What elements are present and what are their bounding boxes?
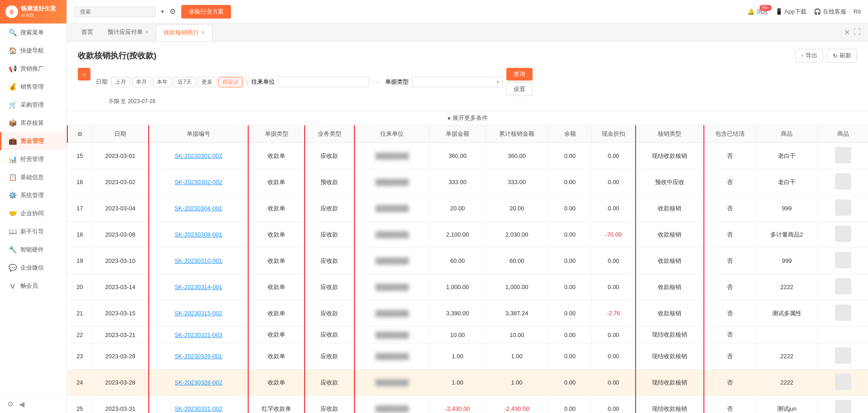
- date-btn-7days[interactable]: 近7天: [174, 77, 196, 87]
- doc-type-select-wrap: ▾: [412, 76, 503, 87]
- col-header-include-settled: 包含已结清: [704, 125, 755, 143]
- date-btn-this-month[interactable]: 本月: [132, 77, 151, 87]
- cell-writeoff-amount: 1.00: [486, 343, 548, 370]
- tab-writeoff-close[interactable]: ×: [202, 29, 205, 36]
- sidebar-item-purchase[interactable]: 🛒 采购管理: [0, 96, 66, 114]
- cell-include-settled: 否: [704, 195, 755, 222]
- gear-icon[interactable]: ⚙: [77, 131, 83, 138]
- doc-type-select[interactable]: [412, 76, 503, 87]
- cell-writeoff-type: 收款核销: [636, 300, 704, 327]
- solution-button[interactable]: 体验行业方案: [181, 5, 231, 19]
- topbar-gear-icon[interactable]: ⚙: [170, 7, 176, 16]
- query-button[interactable]: 查询: [506, 68, 533, 81]
- cell-amount: 20.00: [429, 195, 486, 222]
- filter-separator: |: [246, 79, 248, 85]
- cell-date: 2023-03-31: [92, 396, 148, 413]
- date-btn-more[interactable]: 更多: [198, 77, 217, 87]
- col-header-cash-discount: 现金折扣: [592, 125, 636, 143]
- cell-amount: 1.00: [429, 343, 486, 370]
- col-header-date: 日期: [92, 125, 148, 143]
- col-header-biz-type: 业务类型: [305, 125, 354, 143]
- cell-balance: 0.00: [548, 343, 592, 370]
- sidebar-item-hardware[interactable]: 🔧 智能硬件: [0, 241, 66, 259]
- app-name: 畅康道好生意: [21, 5, 56, 12]
- cell-partner: ████████: [354, 195, 429, 222]
- search-input[interactable]: [74, 6, 156, 17]
- tab-pending[interactable]: 预计应应付单 ×: [100, 24, 156, 41]
- settings-button[interactable]: 设置: [506, 82, 533, 96]
- sidebar-item-marketing[interactable]: 📢 营销推广: [0, 60, 66, 78]
- cell-amount: 60.00: [429, 248, 486, 274]
- cell-doc-type: 收款单: [248, 300, 304, 327]
- sidebar-item-inventory[interactable]: 📦 库存核算: [0, 114, 66, 132]
- doc-no-link[interactable]: SK-20230331-002: [175, 405, 222, 412]
- cell-seq: 21: [67, 300, 92, 327]
- sidebar-item-label: 智能硬件: [20, 246, 44, 254]
- cell-cash-discount: 0.00: [592, 370, 636, 396]
- doc-no-link[interactable]: SK-20230321-003: [175, 332, 222, 338]
- message-button[interactable]: 🔔 消息 99+: [747, 8, 768, 16]
- refresh-button[interactable]: ↻ 刷新: [827, 49, 857, 62]
- table-row: 21 2023-03-15 SK-20230315-002 收款单 应收款 ██…: [67, 300, 868, 327]
- sidebar-item-label: 快捷导航: [20, 47, 44, 55]
- doc-no-link[interactable]: SK-20230310-001: [175, 257, 222, 264]
- doc-no-link[interactable]: SK-20230308-001: [175, 231, 222, 238]
- table-row: 23 2023-03-28 SK-20230328-001 收款单 应收款 ██…: [67, 343, 868, 370]
- expand-more-conditions[interactable]: ▾ 展开更多条件: [67, 111, 868, 125]
- sidebar-item-search[interactable]: 🔍 搜索菜单: [0, 24, 66, 42]
- export-button[interactable]: ↑ 导出: [795, 49, 824, 62]
- date-btn-this-year[interactable]: 本年: [153, 77, 172, 87]
- doc-no-link[interactable]: SK-20230304-001: [175, 205, 222, 212]
- inventory-icon: 📦: [9, 119, 17, 127]
- cell-biz-type: 应收款: [305, 327, 354, 343]
- cell-biz-type: 应收款: [305, 195, 354, 222]
- doc-no-link[interactable]: SK-20230301-002: [175, 152, 222, 159]
- cell-goods: 老白干: [755, 169, 818, 195]
- app-download-link[interactable]: 📱 App下载: [775, 8, 807, 16]
- sidebar-item-finance[interactable]: 💼 资金管理: [0, 132, 66, 150]
- sidebar-item-shortcut[interactable]: 🏠 快捷导航: [0, 42, 66, 60]
- sidebar-item-wechat[interactable]: 💬 企业微信: [0, 259, 66, 277]
- sidebar-item-operation[interactable]: 📊 经营管理: [0, 150, 66, 168]
- app-edition: 标准版: [21, 12, 56, 19]
- filter-toggle-button[interactable]: »: [78, 68, 90, 81]
- doc-no-link[interactable]: SK-20230315-002: [175, 310, 222, 317]
- filter-group: 日期 上月 本月 本年 近7天 更多 自定义 | 往来单位 ··· 单据类型: [96, 68, 533, 105]
- sidebar-item-basic[interactable]: 📋 基础信息: [0, 168, 66, 186]
- filter-row-date: 日期 上月 本月 本年 近7天 更多 自定义 | 往来单位 ··· 单据类型: [96, 68, 533, 96]
- bell-icon: 🔔: [747, 8, 755, 15]
- date-btn-last-month[interactable]: 上月: [111, 77, 130, 87]
- cell-goods2: [818, 222, 868, 248]
- cell-seq: 16: [67, 169, 92, 195]
- filter-bar: » 日期 上月 本月 本年 近7天 更多 自定义 | 往来单位: [67, 62, 868, 111]
- cell-doc-no: SK-20230304-001: [149, 195, 249, 222]
- enterprise-icon: 🤝: [9, 209, 17, 218]
- cell-goods2: [818, 370, 868, 396]
- tab-pending-close[interactable]: ×: [146, 29, 149, 35]
- system-icon: ⚙️: [9, 191, 17, 199]
- sidebar-item-sales[interactable]: 💰 销售管理: [0, 78, 66, 96]
- online-service-link[interactable]: 🎧 在线客服: [814, 8, 846, 16]
- dropdown-icon[interactable]: ▾: [161, 8, 164, 15]
- partner-filter-input[interactable]: [278, 76, 369, 87]
- doc-no-link[interactable]: SK-20230328-002: [175, 379, 222, 386]
- doc-no-link[interactable]: SK-20230328-001: [175, 353, 222, 360]
- sidebar-settings-icon[interactable]: ⚙: [7, 400, 14, 408]
- sidebar-collapse-icon[interactable]: ◀: [19, 400, 24, 408]
- date-btn-custom[interactable]: 自定义: [218, 77, 243, 87]
- sidebar-item-member[interactable]: V 畅会员: [0, 277, 66, 295]
- table-row: 20 2023-03-14 SK-20230314-001 收款单 应收款 ██…: [67, 274, 868, 300]
- sidebar-item-guide[interactable]: 📖 新手引导: [0, 223, 66, 241]
- tab-home[interactable]: 首页: [74, 24, 100, 41]
- tab-maximize-icon[interactable]: ⛶: [854, 28, 861, 37]
- doc-no-link[interactable]: SK-20230302-002: [175, 179, 222, 185]
- tab-close-icon[interactable]: ✕: [844, 28, 850, 37]
- cell-date: 2023-03-15: [92, 300, 148, 327]
- tab-writeoff[interactable]: 收款核销执行 ×: [156, 24, 212, 41]
- cell-include-settled: 否: [704, 300, 755, 327]
- tabs-bar: 首页 预计应应付单 × 收款核销执行 × ✕ ⛶: [67, 24, 868, 42]
- sidebar-item-enterprise[interactable]: 🤝 企业协同: [0, 204, 66, 223]
- sidebar-item-system[interactable]: ⚙️ 系统管理: [0, 186, 66, 204]
- cell-balance: 0.00: [548, 143, 592, 169]
- doc-no-link[interactable]: SK-20230314-001: [175, 284, 222, 290]
